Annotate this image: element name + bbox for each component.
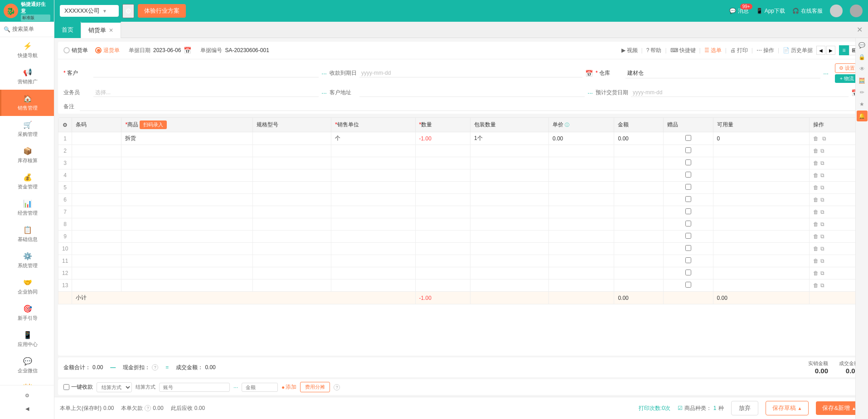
copy-icon[interactable]: ⧉ [820,233,824,240]
right-tool-edit[interactable]: ✏ [857,87,868,98]
date-cal-icon[interactable]: 📅 [184,47,191,54]
radio-sales-order[interactable]: 销货单 [63,47,88,54]
delete-icon[interactable]: 🗑 [813,258,819,264]
toolbar-print[interactable]: 🖨 打印 [730,47,748,54]
sidebar-item-inventory[interactable]: 📦 库存核算 [0,142,54,169]
salesperson-dots-icon[interactable]: ··· [321,89,327,96]
close-all-tabs-button[interactable]: ✕ [851,25,868,34]
payment-amount-input[interactable] [242,383,278,392]
warehouse-dots-icon[interactable]: ··· [823,70,829,77]
delete-icon[interactable]: 🗑 [813,233,819,240]
payment-method-select[interactable]: 结算方式 [97,382,132,392]
right-tool-alert[interactable]: 🔔 [857,111,868,121]
gift-checkbox[interactable] [685,221,691,226]
sidebar-item-purchase[interactable]: 🛒 采购管理 [0,116,54,142]
gift-checkbox[interactable] [685,159,691,165]
due-date-cal-icon[interactable]: 📅 [585,70,593,77]
copy-icon[interactable]: ⧉ [820,172,824,178]
one-click-checkbox[interactable] [63,384,69,390]
sidebar-item-system[interactable]: ⚙️ 系统管理 [0,247,54,274]
gift-checkbox[interactable] [685,257,691,263]
table-scroll[interactable]: ⚙ 条码 *商品 扫码录入 规格型号 *销售单位 *数量 包装数量 单价 ⓘ 金… [58,117,864,356]
th-settings[interactable]: ⚙ [58,118,72,132]
tab-close-icon[interactable]: ✕ [109,27,113,34]
td-product[interactable]: 拆货 [121,132,253,145]
sidebar-item-operation[interactable]: 📊 经营管理 [0,195,54,221]
copy-icon[interactable]: ⧉ [820,160,824,166]
due-date-input[interactable] [359,69,582,77]
gift-checkbox[interactable] [685,208,691,214]
sidebar-search[interactable]: 🔍 搜索菜单 [0,22,54,37]
delete-icon[interactable]: 🗑 [813,148,819,154]
sidebar-item-wechat[interactable]: 💬 企业微信 [0,352,54,379]
copy-icon[interactable]: ⧉ [820,148,824,154]
delete-icon[interactable]: 🗑 [813,160,819,166]
td-spec[interactable] [253,132,331,145]
delete-icon[interactable]: 🗑 [813,221,819,227]
sidebar-settings[interactable]: ⚙ [0,389,54,402]
expense-help-icon[interactable]: ? [334,384,340,390]
add-payment-button[interactable]: ● 添加 [281,383,296,391]
sidebar-item-finance[interactable]: 💰 资金管理 [0,169,54,195]
user-avatar[interactable] [830,5,843,17]
next-record-button[interactable]: ▶ [826,46,835,55]
copy-icon[interactable]: ⧉ [820,246,824,252]
right-tool-star[interactable]: ★ [857,99,868,110]
message-item[interactable]: 💬 消息 99+ [729,7,749,15]
delete-icon[interactable]: 🗑 [813,184,819,191]
radio-return-order[interactable]: 退货单 [95,47,120,54]
delete-icon[interactable]: 🗑 [813,209,819,215]
sidebar-item-basic[interactable]: 📋 基础信息 [0,221,54,247]
td-gift[interactable] [664,132,713,145]
sidebar-collapse[interactable]: ◀ [0,402,54,415]
copy-icon[interactable]: ⧉ [820,184,824,191]
delete-icon[interactable]: 🗑 [813,197,819,203]
header-settings-button[interactable]: ⚙ [122,4,134,18]
copy-icon[interactable]: ⧉ [820,270,824,276]
prev-record-button[interactable]: ◀ [816,46,825,55]
print-count-label[interactable]: 打印次数:0次 [639,405,670,412]
experience-button[interactable]: 体验行业方案 [138,4,186,18]
tab-home[interactable]: 首页 [54,22,81,38]
copy-icon[interactable]: ⧉ [820,282,824,289]
toolbar-select[interactable]: ☰ 选单 [704,47,722,54]
delete-icon[interactable]: 🗑 [813,135,819,142]
discard-button[interactable]: 放弃 [731,401,758,415]
copy-icon[interactable]: ⧉ [822,135,826,142]
company-selector[interactable]: XXXXXX公司 ▼ [60,5,119,17]
gift-checkbox[interactable] [685,135,691,141]
td-unit[interactable]: 个 [331,132,415,145]
online-support-item[interactable]: 🎧 在线客服 [792,7,823,15]
right-tool-chat[interactable]: 💬 [857,40,868,51]
delivery-date-input[interactable] [631,88,849,97]
user-avatar-2[interactable] [850,5,863,17]
sidebar-item-enterprise[interactable]: 🤝 企业协同 [0,274,54,300]
right-tool-calculator[interactable]: 🧮 [857,75,868,86]
toolbar-help[interactable]: ? 帮助 [646,47,662,54]
copy-icon[interactable]: ⧉ [820,221,824,227]
delete-icon[interactable]: 🗑 [813,282,819,289]
sidebar-item-quick-nav[interactable]: ⚡ 快捷导航 [0,37,54,63]
sidebar-item-guide[interactable]: 🎯 新手引导 [0,300,54,326]
right-tool-eye[interactable]: 👁 [857,63,868,74]
delete-icon[interactable]: 🗑 [813,172,819,178]
toolbar-video[interactable]: ▶ 视频 [621,47,638,54]
save-draft-button[interactable]: 保存草稿 ▲ [766,401,809,415]
tab-sales-order[interactable]: 销货单 ✕ [81,22,121,38]
customer-address-input[interactable] [359,88,585,97]
gift-checkbox[interactable] [685,270,691,275]
customer-dots-icon[interactable]: ··· [321,70,327,77]
toolbar-shortcut[interactable]: ⌨ 快捷键 [670,47,696,54]
toolbar-history[interactable]: 📄 历史单据 [783,47,813,54]
account-dots-icon[interactable]: ··· [233,384,238,390]
arrears-help-icon[interactable]: ? [145,405,151,411]
gift-checkbox[interactable] [685,282,691,288]
delete-icon[interactable]: 🗑 [813,246,819,252]
sidebar-item-apps[interactable]: 📱 应用中心 [0,326,54,352]
gift-checkbox[interactable] [685,172,691,178]
note-input[interactable] [80,102,859,111]
sidebar-item-sales[interactable]: 🏠 销售管理 [0,90,54,116]
gift-checkbox[interactable] [685,233,691,239]
sidebar-item-marketing[interactable]: 📢 营销推广 [0,63,54,90]
right-tool-lock[interactable]: 🔒 [857,52,868,63]
